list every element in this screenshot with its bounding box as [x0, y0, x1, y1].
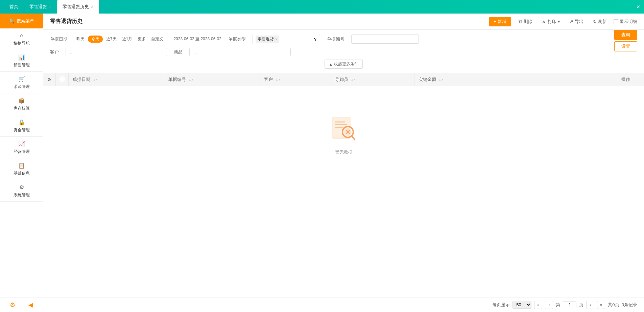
th-number-label: 单据编号 — [168, 77, 186, 82]
query-settings-group: 查询 设置 — [614, 30, 637, 51]
prev-page-button[interactable]: ‹ — [545, 301, 553, 309]
display-toggle-label: 显示明细 — [620, 19, 637, 25]
display-toggle[interactable]: 显示明细 — [614, 19, 637, 25]
refresh-button[interactable]: ↻ 刷新 — [590, 17, 610, 26]
sidebar-item-finance[interactable]: 🔒 资金管理 — [0, 115, 43, 137]
delete-button-label: 删除 — [524, 19, 532, 25]
collapse-filters-button[interactable]: ▲ 收起更多条件 — [325, 60, 363, 69]
export-button[interactable]: ↗ 导出 — [567, 17, 586, 26]
sidebar-item-sales-label: 销售管理 — [14, 62, 30, 68]
home-icon: ⌂ — [18, 32, 25, 39]
empty-state-row: 暂无数据 — [43, 86, 644, 183]
next-page-button[interactable]: › — [586, 301, 594, 309]
th-checkbox[interactable] — [56, 73, 69, 86]
delete-button[interactable]: 🗑 删除 — [515, 17, 535, 26]
inventory-icon: 📦 — [18, 97, 25, 104]
sidebar-item-purchase[interactable]: 🛒 采购管理 — [0, 72, 43, 93]
th-date-sort-icon: ▲▼ — [93, 78, 98, 81]
number-filter-input[interactable] — [351, 35, 419, 44]
th-action: 操作 — [617, 73, 644, 86]
svg-rect-2 — [335, 121, 345, 122]
next-page-icon: › — [590, 303, 591, 307]
last-page-button[interactable]: » — [597, 301, 605, 309]
th-action-label: 操作 — [621, 77, 630, 82]
empty-state-icon — [327, 113, 361, 144]
table-area: ⚙ 单据日期 ▲▼ 单据编号 ▲▼ — [43, 73, 644, 297]
sidebar-item-basic[interactable]: 📋 基础信息 — [0, 158, 43, 180]
customer-filter-label: 客户 — [50, 49, 59, 55]
empty-state-cell: 暂无数据 — [43, 86, 644, 183]
print-button[interactable]: 🖨 打印 ▾ — [539, 17, 563, 26]
first-page-icon: « — [537, 303, 540, 307]
th-settings[interactable]: ⚙ — [43, 73, 56, 86]
tab-home[interactable]: 首页 — [4, 0, 24, 14]
date-option-more[interactable]: 更多 — [136, 36, 148, 43]
th-customer[interactable]: 客户 ▲▼ — [260, 73, 331, 86]
date-options: 昨天 今天 近7天 近1月 更多 自定义 — [74, 36, 165, 43]
new-button-label: + 新增 — [494, 19, 506, 25]
page-size-select[interactable]: 10 20 50 100 — [512, 301, 531, 309]
goods-filter-select[interactable]: ... — [189, 48, 291, 56]
empty-state-text: 暂无数据 — [335, 149, 353, 155]
tab-return[interactable]: 零售退货 × — [24, 0, 57, 14]
svg-line-7 — [352, 136, 355, 140]
date-option-custom[interactable]: 自定义 — [149, 36, 165, 43]
table-settings-icon[interactable]: ⚙ — [47, 77, 51, 82]
page-number-input[interactable] — [563, 301, 576, 308]
last-page-icon: » — [600, 303, 602, 307]
sidebar-item-system-label: 系统管理 — [14, 192, 30, 198]
display-toggle-checkbox[interactable] — [614, 19, 618, 24]
tab-return-history-close[interactable]: × — [91, 4, 93, 9]
type-filter-tag-value: 零售退货 — [258, 36, 274, 42]
settings-button[interactable]: 设置 — [614, 41, 637, 51]
goods-filter-label: 商品 — [174, 49, 183, 55]
th-date[interactable]: 单据日期 ▲▼ — [69, 73, 164, 86]
first-page-button[interactable]: « — [534, 301, 542, 309]
date-option-today[interactable]: 今天 — [88, 36, 103, 43]
date-option-yesterday[interactable]: 昨天 — [74, 36, 87, 43]
date-option-1month[interactable]: 近1月 — [120, 36, 135, 43]
sidebar-item-inventory[interactable]: 📦 库存核算 — [0, 93, 43, 115]
type-filter-select[interactable]: 零售退货 × ∨ — [253, 34, 320, 44]
page-unit-label: 页 — [579, 302, 583, 308]
window-close-button[interactable]: × — [636, 3, 640, 10]
tab-return-label: 零售退货 — [29, 4, 47, 10]
print-button-label: 打印 — [548, 19, 556, 25]
collapse-icon: ▲ — [329, 62, 333, 67]
select-all-checkbox[interactable] — [60, 77, 64, 81]
tab-return-history[interactable]: 零售退货历史 × — [57, 0, 99, 14]
page-size-label: 每页显示 — [492, 302, 510, 308]
date-filter-label: 单据日期 — [50, 36, 68, 42]
sidebar-item-sales[interactable]: 📊 销售管理 — [0, 50, 43, 72]
th-customer-sort-icon: ▲▼ — [276, 78, 281, 81]
page-title: 零售退货历史 — [50, 18, 489, 25]
th-amount[interactable]: 实销金额 ▲▼ — [414, 73, 617, 86]
th-guide-sort-icon: ▲▼ — [351, 78, 356, 81]
type-filter-tag-close[interactable]: × — [275, 37, 277, 41]
sidebar-item-operation[interactable]: 📈 经营管理 — [0, 137, 43, 158]
date-option-7days[interactable]: 近7天 — [104, 36, 119, 43]
operation-icon: 📈 — [18, 140, 25, 148]
delete-icon: 🗑 — [518, 19, 522, 24]
sidebar-item-finance-label: 资金管理 — [14, 127, 30, 133]
sidebar-item-quick-nav[interactable]: ⌂ 快捷导航 — [0, 28, 43, 50]
page-header: 零售退货历史 + 新增 🗑 删除 🖨 打印 ▾ ↗ 导出 — [43, 14, 644, 30]
th-number[interactable]: 单据编号 ▲▼ — [164, 73, 260, 86]
collapse-label: 收起更多条件 — [334, 61, 358, 67]
tab-list: 首页 零售退货 × 零售退货历史 × — [4, 0, 636, 14]
export-icon: ↗ — [570, 19, 573, 24]
number-filter-label: 单据编号 — [327, 36, 344, 42]
collapse-sidebar-icon[interactable]: ◀ — [28, 301, 33, 309]
settings-bottom-icon[interactable]: ⚙ — [10, 301, 15, 309]
data-table: ⚙ 单据日期 ▲▼ 单据编号 ▲▼ — [43, 73, 644, 182]
th-guide[interactable]: 导购员 ▲▼ — [331, 73, 414, 86]
tab-return-close[interactable]: × — [49, 4, 51, 9]
query-button[interactable]: 查询 — [614, 30, 637, 40]
customer-filter-select[interactable]: ... — [66, 48, 167, 56]
sidebar-search[interactable]: 🔍 搜索菜单 — [0, 14, 43, 28]
sidebar-bottom: ⚙ ◀ — [0, 297, 43, 312]
new-button[interactable]: + 新增 — [489, 17, 511, 26]
customer-filter-placeholder: ... — [69, 49, 72, 54]
th-guide-label: 导购员 — [335, 77, 348, 82]
sidebar-item-system[interactable]: ⚙ 系统管理 — [0, 180, 43, 202]
